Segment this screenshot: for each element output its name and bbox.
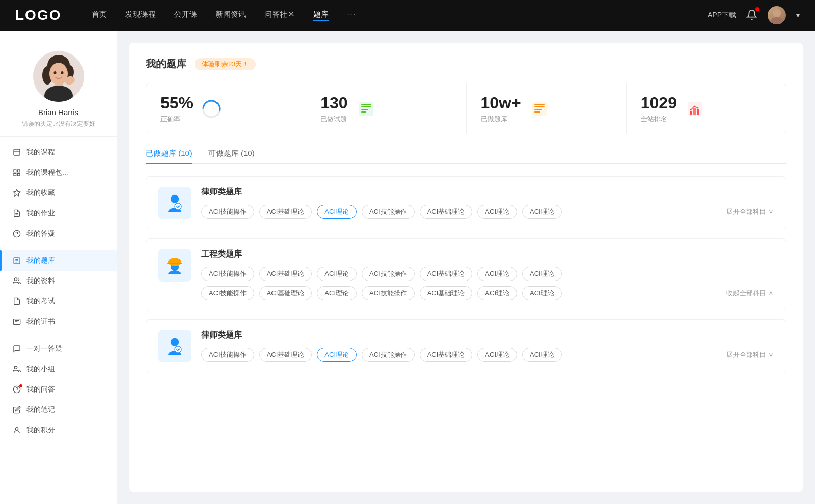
tag-active[interactable]: ACI理论	[317, 348, 357, 362]
qbank-item-lawyer-2: 律师类题库 ACI技能操作 ACI基础理论 ACI理论 ACI技能操作 ACI基…	[146, 319, 786, 373]
tag[interactable]: ACI基础理论	[420, 205, 473, 219]
nav-qa[interactable]: 问答社区	[264, 10, 295, 21]
sidebar-label: 我的考试	[26, 297, 55, 306]
sidebar-item-favorites[interactable]: 我的收藏	[0, 183, 117, 203]
correct-rate-value: 55%	[160, 94, 193, 113]
expand-link-1[interactable]: 展开全部科目 ∨	[726, 207, 774, 216]
tag[interactable]: ACI基础理论	[259, 267, 312, 281]
sidebar-item-notes[interactable]: 我的笔记	[0, 400, 117, 420]
tag[interactable]: ACI基础理论	[420, 267, 473, 281]
tag[interactable]: ACI技能操作	[362, 348, 415, 362]
courses-icon	[12, 148, 21, 157]
site-rank-label: 全站排名	[641, 115, 677, 124]
notification-badge	[755, 7, 759, 11]
sidebar-item-my-qa[interactable]: 我的问答	[0, 379, 117, 400]
done-questions-icon	[356, 99, 376, 119]
stats-row: 55% 正确率	[146, 83, 786, 134]
nav-home[interactable]: 首页	[92, 10, 107, 21]
sidebar-item-course-packages[interactable]: 我的课程包...	[0, 162, 117, 183]
tag[interactable]: ACI基础理论	[259, 286, 312, 300]
sidebar-item-questions[interactable]: 我的答疑	[0, 223, 117, 244]
sidebar-item-group[interactable]: 我的小组	[0, 359, 117, 379]
avatar-svg	[33, 51, 84, 102]
tags-row-2b: ACI技能操作 ACI基础理论 ACI理论 ACI技能操作 ACI基础理论 AC…	[201, 286, 774, 300]
nav-open-course[interactable]: 公开课	[174, 10, 197, 21]
tag[interactable]: ACI理论	[317, 286, 357, 300]
svg-rect-15	[17, 170, 20, 172]
logo[interactable]: LOGO	[15, 7, 61, 23]
svg-rect-16	[14, 173, 16, 176]
points-icon	[12, 426, 21, 435]
svg-point-9	[53, 71, 56, 74]
done-banks-icon	[529, 99, 550, 119]
sidebar-menu: 我的课程 我的课程包... 我的收藏 我的作业	[0, 137, 117, 445]
svg-rect-41	[361, 109, 368, 110]
navbar-right: APP下载 ▾	[708, 6, 800, 24]
user-avatar-nav[interactable]	[768, 6, 786, 24]
tag[interactable]: ACI基础理论	[259, 205, 312, 219]
notification-bell[interactable]	[746, 9, 757, 22]
tag[interactable]: ACI理论	[477, 205, 517, 219]
tag[interactable]: ACI技能操作	[201, 267, 254, 281]
svg-point-55	[171, 195, 179, 203]
svg-point-34	[15, 428, 18, 430]
user-dropdown-chevron[interactable]: ▾	[796, 11, 800, 19]
group-icon	[12, 365, 21, 374]
tag[interactable]: ACI技能操作	[362, 267, 415, 281]
sidebar-item-exam[interactable]: 我的考试	[0, 291, 117, 312]
tag-active[interactable]: ACI理论	[317, 205, 357, 219]
tag[interactable]: ACI技能操作	[362, 286, 415, 300]
sidebar-item-homework[interactable]: 我的作业	[0, 203, 117, 223]
stat-value-done: 130 已做试题	[320, 94, 347, 124]
stat-value-rank: 1029 全站排名	[641, 94, 677, 124]
tag[interactable]: ACI理论	[317, 267, 357, 281]
trial-badge: 体验剩余23天！	[195, 58, 256, 70]
collapse-link[interactable]: 收起全部科目 ∧	[726, 289, 774, 298]
nav-discover[interactable]: 发现课程	[125, 10, 156, 21]
tag[interactable]: ACI理论	[477, 348, 517, 362]
tag[interactable]: ACI理论	[477, 267, 517, 281]
tag[interactable]: ACI基础理论	[420, 286, 473, 300]
svg-rect-61	[167, 263, 182, 264]
lawyer-icon-2	[158, 330, 191, 362]
sidebar-item-materials[interactable]: 我的资料	[0, 271, 117, 291]
qbank-title-1: 律师类题库	[201, 187, 774, 198]
svg-rect-45	[534, 106, 545, 107]
tag[interactable]: ACI理论	[522, 205, 562, 219]
tag[interactable]: ACI基础理论	[420, 348, 473, 362]
qbank-body-3: 律师类题库 ACI技能操作 ACI基础理论 ACI理论 ACI技能操作 ACI基…	[201, 330, 774, 362]
tag[interactable]: ACI技能操作	[362, 205, 415, 219]
tag[interactable]: ACI理论	[522, 348, 562, 362]
sidebar-item-tutoring[interactable]: 一对一答疑	[0, 339, 117, 359]
tag[interactable]: ACI基础理论	[259, 348, 312, 362]
tutoring-icon	[12, 344, 21, 353]
sidebar-item-question-bank[interactable]: 我的题库	[0, 250, 117, 271]
qbank-item-engineer: 工程类题库 ACI技能操作 ACI基础理论 ACI理论 ACI技能操作 ACI基…	[146, 238, 786, 311]
nav-questions[interactable]: 题库	[313, 10, 329, 21]
sidebar-item-courses[interactable]: 我的课程	[0, 142, 117, 162]
correct-rate-label: 正确率	[160, 115, 193, 124]
tab-done[interactable]: 已做题库 (10)	[146, 149, 192, 163]
qbank-title-2: 工程类题库	[201, 249, 774, 260]
tag[interactable]: ACI理论	[522, 267, 562, 281]
materials-icon	[12, 276, 21, 286]
sidebar-item-points[interactable]: 我的积分	[0, 420, 117, 440]
tag[interactable]: ACI理论	[477, 286, 517, 300]
nav-more[interactable]: ···	[347, 10, 357, 21]
svg-rect-47	[534, 111, 540, 113]
sidebar-item-certificate[interactable]: 我的证书	[0, 312, 117, 332]
nav-news[interactable]: 新闻资讯	[215, 10, 246, 21]
expand-link-3[interactable]: 展开全部科目 ∨	[726, 350, 774, 359]
svg-rect-40	[361, 106, 371, 107]
sidebar-label: 我的小组	[26, 365, 55, 374]
tag[interactable]: ACI技能操作	[201, 205, 254, 219]
tab-available[interactable]: 可做题库 (10)	[208, 149, 255, 163]
app-download-button[interactable]: APP下载	[708, 11, 736, 20]
tag[interactable]: ACI理论	[522, 286, 562, 300]
tag[interactable]: ACI技能操作	[201, 286, 254, 300]
sidebar-label: 我的课程	[26, 148, 55, 157]
qbank-body-2: 工程类题库 ACI技能操作 ACI基础理论 ACI理论 ACI技能操作 ACI基…	[201, 249, 774, 300]
page-title: 我的题库	[146, 57, 186, 71]
certificate-icon	[12, 317, 21, 326]
tag[interactable]: ACI技能操作	[201, 348, 254, 362]
